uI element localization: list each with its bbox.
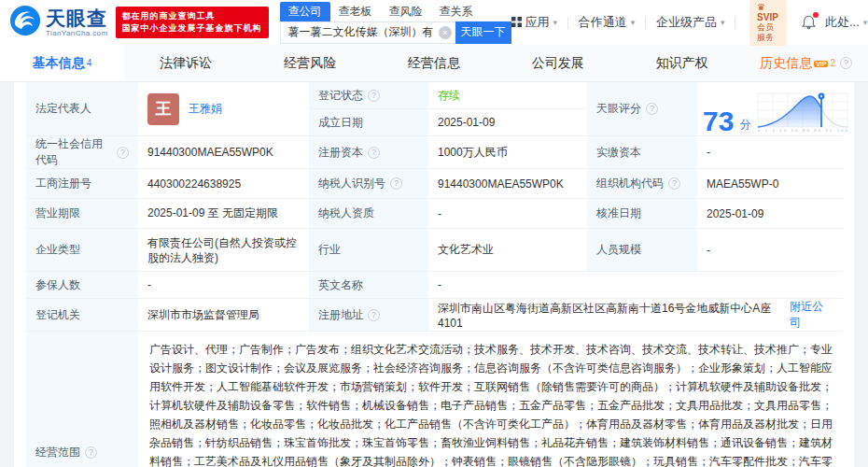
help-icon[interactable]: ? <box>85 446 97 459</box>
chevron-down-icon: ▾ <box>721 18 725 27</box>
tianyan-score[interactable]: 73 分 0 1 5 10 30 60 85 95 100 <box>697 82 843 135</box>
crown-icon: ♛ <box>757 2 765 12</box>
field-value: 有限责任公司(自然人投资或控股的法人独资) <box>138 229 309 271</box>
help-icon[interactable]: ? <box>840 57 852 69</box>
field-value: 91440300MAEA55WP0K <box>138 136 309 168</box>
field-label: 法定代表人 <box>26 82 138 135</box>
search-module: 查公司 查老板 查风险 查关系 × 天眼一下 <box>280 2 511 44</box>
field-label: 人员规模 <box>587 229 697 271</box>
field-label: 参保人数 <box>26 272 138 298</box>
field-value: 91440300MAEA55WP0K <box>428 169 587 198</box>
field-label <box>587 272 697 298</box>
chevron-down-icon: ▾ <box>863 18 868 27</box>
tab-operation-risk[interactable]: 经营风险 <box>248 45 372 81</box>
tab-company-development[interactable]: 公司发展 <box>496 45 620 81</box>
help-icon[interactable]: ? <box>117 147 129 159</box>
score-axis-labels: 0 1 5 10 30 60 85 95 100 <box>758 128 848 133</box>
table-row: 经营范围? 广告设计、代理；广告制作；广告发布；组织文化艺术交流活动；技术服务、… <box>26 332 843 467</box>
help-icon[interactable]: ? <box>368 309 380 321</box>
search-tab-risk[interactable]: 查风险 <box>381 2 431 21</box>
svip-member-badge[interactable]: ♛ SVIP 会员服务 <box>749 0 787 46</box>
field-label: 注册地址? <box>309 299 428 331</box>
field-label: 统一社会信用代码? <box>26 136 138 168</box>
legal-rep-avatar[interactable]: 王 <box>147 93 179 125</box>
field-label: 组织机构代码? <box>587 169 697 198</box>
field-value <box>697 272 843 298</box>
field-value: - <box>428 199 587 228</box>
table-row: 法定代表人 王 王雅娟 登记状态? 存续 成立日期 2025-01-09 天眼评… <box>26 82 843 136</box>
field-value: 2025-01-09 至 无固定期限 <box>138 199 309 228</box>
help-icon[interactable]: ? <box>368 90 380 102</box>
table-row: 营业期限 2025-01-09 至 无固定期限 纳税人资质 - 核准日期 202… <box>26 199 843 229</box>
logo-swirl-icon <box>9 5 41 40</box>
field-label: 天眼评分? <box>587 82 697 135</box>
table-row: 企业类型 有限责任公司(自然人投资或控股的法人独资) 行业 文化艺术业 人员规模… <box>26 229 843 272</box>
tab-intellectual-property[interactable]: 知识产权 <box>620 45 744 81</box>
field-label: 营业期限 <box>26 199 138 228</box>
table-row: 参保人数 - 英文名称 - <box>26 272 843 299</box>
score-value: 73 <box>703 107 734 135</box>
search-type-tabs: 查公司 查老板 查风险 查关系 <box>280 2 511 21</box>
field-label: 登记状态? <box>309 82 428 108</box>
tianyancha-logo[interactable]: 天眼查 TianYanCha.com <box>9 5 108 40</box>
field-label: 注册资本? <box>309 136 428 168</box>
field-value: 深圳市市场监督管理局 <box>138 299 309 331</box>
score-distribution-chart: 0 1 5 10 30 60 85 95 100 <box>756 90 849 135</box>
tab-legal-lawsuits[interactable]: 法律诉讼 <box>124 45 248 81</box>
search-tab-relation[interactable]: 查关系 <box>431 2 482 21</box>
nav-cooperation[interactable]: 合作通道 ▾ <box>579 14 636 31</box>
field-value: 文化艺术业 <box>428 229 587 271</box>
field-label: 实缴资本 <box>587 136 697 168</box>
field-label: 经营范围? <box>26 332 138 467</box>
registered-address-cell: 深圳市南山区粤海街道高新区社区高新南十道16号金地威新中心A座4101 附近公司 <box>428 299 843 331</box>
header-nav: 应用 ▾ 合作通道 ▾ 企业级产品 ▾ ♛ SVIP 会员服务 此处... ▾ <box>511 0 868 46</box>
slogan-line1: 都在用的商业查询工具 <box>122 10 262 22</box>
field-label: 核准日期 <box>587 199 697 228</box>
search-tab-boss[interactable]: 查老板 <box>330 2 381 21</box>
user-menu[interactable]: 此处... ▾ <box>825 14 867 31</box>
field-label: 工商注册号 <box>26 169 138 198</box>
vip-badge: VIP <box>814 61 828 67</box>
tab-count-badge: 4 <box>87 58 92 68</box>
field-value: - <box>697 136 843 168</box>
nav-apps[interactable]: 应用 ▾ <box>511 14 558 31</box>
basic-info-card: 法定代表人 王 王雅娟 登记状态? 存续 成立日期 2025-01-09 天眼评… <box>14 82 854 467</box>
clear-search-icon[interactable]: × <box>439 26 452 39</box>
tab-business-info[interactable]: 经营信息 <box>372 45 497 81</box>
field-label: 成立日期 <box>309 109 428 135</box>
field-label: 纳税人识别号? <box>309 169 428 198</box>
chevron-down-icon: ▾ <box>553 18 558 27</box>
notification-dot <box>813 12 819 18</box>
field-value: 1000万人民币 <box>428 136 587 168</box>
field-label: 登记机关 <box>26 299 138 331</box>
field-label: 纳税人资质 <box>309 199 428 228</box>
tab-history-info[interactable]: 历史信息 VIP2 ? <box>744 45 868 81</box>
search-submit-button[interactable]: 天眼一下 <box>455 21 511 44</box>
field-value: 2025-01-09 <box>428 109 587 135</box>
field-value: - <box>697 229 843 271</box>
field-value: - <box>138 272 309 298</box>
table-row: 统一社会信用代码? 91440300MAEA55WP0K 注册资本? 1000万… <box>26 136 843 169</box>
tab-basic-info[interactable]: 基本信息4 <box>0 45 124 81</box>
business-scope-text: 广告设计、代理；广告制作；广告发布；组织文化艺术交流活动；技术服务、技术开发、技… <box>138 332 843 467</box>
nav-enterprise-products[interactable]: 企业级产品 ▾ <box>656 14 725 31</box>
section-tabbar: 基本信息4 法律诉讼 经营风险 经营信息 公司发展 知识产权 历史信息 VIP2… <box>0 45 868 82</box>
slogan-badge: 都在用的商业查询工具 国家中小企业发展子基金旗下机构 <box>116 7 269 38</box>
help-icon[interactable]: ? <box>368 147 380 159</box>
page-body: 法定代表人 王 王雅娟 登记状态? 存续 成立日期 2025-01-09 天眼评… <box>0 82 868 467</box>
chevron-down-icon: ▾ <box>631 18 636 27</box>
table-row: 工商注册号 440300224638925 纳税人识别号? 91440300MA… <box>26 169 843 199</box>
legal-rep-cell: 王 王雅娟 <box>138 82 309 135</box>
apps-grid-icon <box>511 16 522 30</box>
nearby-companies-link[interactable]: 附近公司 <box>790 299 833 331</box>
notification-bell-icon[interactable] <box>802 15 816 30</box>
company-search-input[interactable] <box>280 21 455 44</box>
legal-rep-name-link[interactable]: 王雅娟 <box>189 101 222 117</box>
help-icon[interactable]: ? <box>668 177 680 190</box>
field-value: 440300224638925 <box>138 169 309 198</box>
field-label: 英文名称 <box>309 272 428 298</box>
help-icon[interactable]: ? <box>390 177 402 190</box>
table-row: 登记机关 深圳市市场监督管理局 注册地址? 深圳市南山区粤海街道高新区社区高新南… <box>26 299 843 332</box>
help-icon[interactable]: ? <box>646 103 658 115</box>
search-tab-company[interactable]: 查公司 <box>280 2 330 21</box>
